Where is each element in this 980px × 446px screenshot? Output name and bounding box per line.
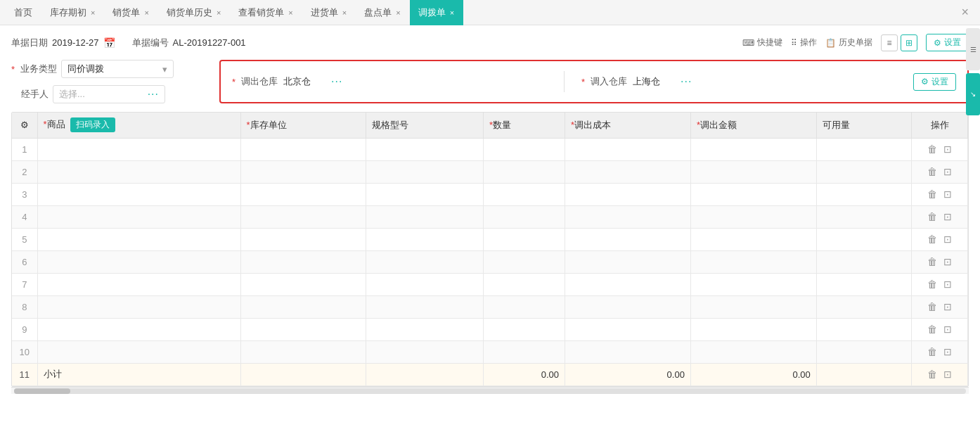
copy-icon[interactable]: ⊡ (943, 189, 952, 200)
source-more-button[interactable]: ··· (331, 75, 342, 88)
cell-product[interactable] (37, 138, 240, 160)
settings-button[interactable]: ⚙ 设置 (926, 34, 969, 51)
close-icon[interactable]: × (342, 8, 347, 17)
cell-cost[interactable] (565, 228, 691, 250)
cell-cost[interactable] (565, 250, 691, 273)
close-icon[interactable]: × (217, 8, 221, 17)
cell-available[interactable] (816, 138, 911, 160)
close-icon[interactable]: × (288, 8, 292, 17)
cell-spec[interactable] (366, 138, 484, 160)
cell-unit[interactable] (240, 183, 366, 205)
copy-icon[interactable]: ⊡ (943, 279, 952, 290)
cell-cost[interactable] (565, 318, 691, 340)
close-icon[interactable]: × (144, 8, 148, 17)
layout-icon-1[interactable]: ≡ (881, 34, 898, 51)
cell-cost[interactable] (565, 273, 691, 295)
cell-available[interactable] (816, 318, 911, 340)
copy-icon[interactable]: ⊡ (943, 211, 952, 222)
cell-qty[interactable] (483, 160, 565, 183)
tab-view-sales[interactable]: 查看销货单 × (230, 0, 302, 25)
warehouse-settings-button[interactable]: ⚙ 设置 (913, 73, 956, 91)
delete-icon[interactable]: 🗑 (927, 211, 937, 222)
cell-qty[interactable] (483, 273, 565, 295)
cell-amount[interactable] (690, 318, 816, 340)
cell-amount[interactable] (690, 295, 816, 318)
cell-qty[interactable] (483, 295, 565, 318)
cell-unit[interactable] (240, 250, 366, 273)
cell-product[interactable] (37, 295, 240, 318)
cell-unit[interactable] (240, 340, 366, 363)
cell-qty[interactable] (483, 205, 565, 228)
cell-available[interactable] (816, 205, 911, 228)
layout-icon-2[interactable]: ⊞ (901, 34, 917, 51)
cell-product[interactable] (37, 160, 240, 183)
cell-unit[interactable] (240, 205, 366, 228)
sidebar-export-button[interactable]: ↗ (966, 73, 980, 115)
cell-unit[interactable] (240, 295, 366, 318)
cell-available[interactable] (816, 340, 911, 363)
scan-button[interactable]: 扫码录入 (70, 117, 115, 132)
cell-product[interactable] (37, 205, 240, 228)
th-settings[interactable]: ⚙ (12, 113, 37, 138)
cell-cost[interactable] (565, 160, 691, 183)
copy-icon[interactable]: ⊡ (943, 324, 952, 335)
delete-icon[interactable]: 🗑 (927, 324, 937, 335)
cell-available[interactable] (816, 273, 911, 295)
cell-spec[interactable] (366, 183, 484, 205)
sidebar-list-button[interactable]: ☰ (966, 28, 980, 70)
delete-icon[interactable]: 🗑 (927, 279, 937, 290)
shortcut-action[interactable]: ⌨ 快捷键 (742, 37, 782, 49)
calendar-icon[interactable]: 📅 (103, 37, 115, 49)
copy-icon[interactable]: ⊡ (943, 256, 952, 267)
cell-spec[interactable] (366, 228, 484, 250)
cell-spec[interactable] (366, 160, 484, 183)
delete-icon[interactable]: 🗑 (927, 346, 937, 357)
cell-spec[interactable] (366, 340, 484, 363)
cell-amount[interactable] (690, 183, 816, 205)
cell-cost[interactable] (565, 340, 691, 363)
delete-icon[interactable]: 🗑 (927, 369, 937, 380)
cell-amount[interactable] (690, 250, 816, 273)
tab-home[interactable]: 首页 (6, 0, 41, 25)
cell-available[interactable] (816, 295, 911, 318)
cell-product[interactable] (37, 273, 240, 295)
delete-icon[interactable]: 🗑 (927, 256, 937, 267)
cell-cost[interactable] (565, 183, 691, 205)
scroll-bar[interactable] (11, 387, 969, 394)
operations-action[interactable]: ⠿ 操作 (791, 37, 817, 49)
cell-unit[interactable] (240, 273, 366, 295)
copy-icon[interactable]: ⊡ (943, 144, 952, 155)
tab-inventory-init[interactable]: 库存期初 × (41, 0, 104, 25)
delete-icon[interactable]: 🗑 (927, 234, 937, 245)
cell-qty[interactable] (483, 318, 565, 340)
cell-product[interactable] (37, 318, 240, 340)
cell-cost[interactable] (565, 138, 691, 160)
cell-spec[interactable] (366, 273, 484, 295)
target-more-button[interactable]: ··· (681, 75, 692, 88)
business-type-select[interactable]: 同价调拨 ▾ (61, 60, 174, 78)
cell-amount[interactable] (690, 340, 816, 363)
close-icon[interactable]: × (450, 8, 454, 17)
copy-icon[interactable]: ⊡ (943, 301, 952, 312)
cell-spec[interactable] (366, 295, 484, 318)
cell-product[interactable] (37, 340, 240, 363)
copy-icon[interactable]: ⊡ (943, 166, 952, 177)
cell-amount[interactable] (690, 273, 816, 295)
cell-cost[interactable] (565, 205, 691, 228)
cell-spec[interactable] (366, 250, 484, 273)
cell-product[interactable] (37, 250, 240, 273)
cell-spec[interactable] (366, 205, 484, 228)
tab-transfer[interactable]: 调拨单 × (410, 0, 463, 25)
cell-unit[interactable] (240, 318, 366, 340)
cell-product[interactable] (37, 228, 240, 250)
delete-icon[interactable]: 🗑 (927, 144, 937, 155)
more-dots-icon[interactable]: ··· (148, 88, 159, 101)
close-icon[interactable]: × (91, 8, 95, 17)
copy-icon[interactable]: ⊡ (943, 346, 952, 357)
cell-spec[interactable] (366, 318, 484, 340)
tab-sales-history[interactable]: 销货单历史 × (158, 0, 230, 25)
tab-purchase[interactable]: 进货单 × (302, 0, 356, 25)
copy-icon[interactable]: ⊡ (943, 369, 952, 380)
cell-qty[interactable] (483, 340, 565, 363)
cell-amount[interactable] (690, 228, 816, 250)
